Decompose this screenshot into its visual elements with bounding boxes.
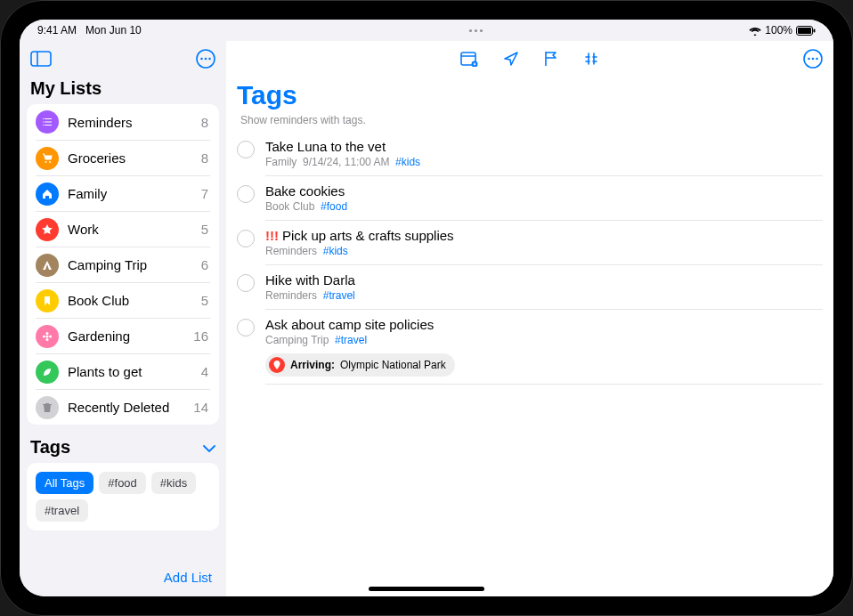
leaf-icon (36, 361, 59, 384)
reminder-meta: Camping Trip #travel (265, 334, 823, 346)
reminder-title: Take Luna to the vet (265, 139, 823, 154)
list-count-label: 7 (201, 186, 210, 201)
sidebar-more-button[interactable] (196, 49, 215, 69)
reminder-row[interactable]: !!!Pick up arts & crafts suppliesReminde… (237, 228, 823, 272)
reminder-checkbox[interactable] (237, 274, 255, 292)
trash-icon (36, 396, 59, 419)
list-count-label: 14 (193, 400, 210, 415)
reminder-meta: Reminders #kids (265, 245, 823, 257)
list-count-label: 4 (201, 364, 210, 379)
calendar-icon[interactable] (460, 51, 478, 67)
svg-point-6 (200, 58, 203, 61)
list-count-label: 6 (201, 257, 210, 272)
list-name-label: Groceries (68, 150, 192, 166)
reminder-row[interactable]: Bake cookiesBook Club #food (237, 183, 823, 228)
tag-pill[interactable]: #kids (151, 472, 196, 494)
tag-icon[interactable] (583, 51, 599, 67)
chevron-down-icon[interactable] (203, 440, 215, 456)
priority-indicator: !!! (265, 228, 279, 243)
svg-point-22 (816, 58, 818, 61)
svg-point-20 (808, 58, 810, 61)
svg-rect-3 (31, 52, 51, 66)
home-indicator[interactable] (369, 587, 484, 591)
battery-icon (796, 26, 816, 36)
sidebar-toggle-button[interactable] (30, 51, 52, 67)
sidebar-list-item[interactable]: Camping Trip6 (27, 247, 219, 282)
reminder-checkbox[interactable] (237, 319, 255, 336)
tag-pill[interactable]: #food (99, 472, 146, 494)
reminder-checkbox[interactable] (237, 185, 255, 203)
status-date: Mon Jun 10 (85, 24, 142, 36)
svg-rect-1 (798, 28, 811, 34)
tag-pill[interactable]: All Tags (36, 472, 93, 494)
list-count-label: 8 (201, 115, 210, 130)
list-name-label: Gardening (68, 328, 184, 344)
list-count-label: 5 (201, 293, 210, 308)
sidebar-list-item[interactable]: Book Club5 (27, 282, 219, 318)
list-name-label: Recently Deleted (68, 400, 184, 415)
status-time: 9:41 AM (37, 24, 77, 36)
reminder-meta: Family 9/14/24, 11:00 AM #kids (265, 156, 823, 168)
reminder-tag[interactable]: #travel (323, 289, 355, 302)
main-panel: Tags Show reminders with tags. Take Luna… (226, 41, 833, 596)
svg-point-7 (205, 58, 207, 61)
location-pin-icon (269, 357, 285, 373)
list-name-label: Family (68, 186, 192, 201)
tent-icon (36, 254, 59, 277)
reminder-checkbox[interactable] (237, 141, 255, 158)
multitask-indicator[interactable] (233, 29, 718, 32)
list-name-label: Reminders (68, 115, 192, 130)
svg-point-8 (208, 58, 211, 61)
tags-heading: Tags (30, 437, 70, 458)
svg-point-13 (46, 338, 49, 341)
flag-icon[interactable] (544, 51, 558, 67)
reminder-tag[interactable]: #food (321, 200, 347, 213)
reminder-tag[interactable]: #kids (323, 245, 348, 257)
reminder-row[interactable]: Hike with DarlaReminders #travel (237, 272, 823, 317)
list-name-label: Camping Trip (68, 257, 192, 272)
svg-point-10 (49, 161, 51, 163)
sidebar-list-item[interactable]: Groceries8 (27, 140, 219, 175)
sidebar-list-item[interactable]: Work5 (27, 211, 219, 247)
my-lists-heading: My Lists (27, 77, 219, 104)
status-bar: 9:41 AM Mon Jun 10 100% (20, 20, 833, 41)
svg-point-14 (43, 335, 45, 337)
svg-point-21 (812, 58, 815, 61)
svg-point-15 (49, 335, 52, 337)
list-name-label: Plants to get (68, 364, 192, 379)
sidebar-list-item[interactable]: Gardening16 (27, 318, 219, 353)
reminder-meta: Reminders #travel (265, 289, 823, 302)
location-icon[interactable] (503, 51, 519, 67)
reminder-meta: Book Club #food (265, 200, 823, 213)
add-list-button[interactable]: Add List (164, 570, 212, 585)
sidebar-list-item[interactable]: Recently Deleted14 (27, 389, 219, 425)
reminder-tag[interactable]: #travel (335, 334, 367, 346)
flower-icon (36, 325, 59, 348)
reminder-checkbox[interactable] (237, 230, 255, 247)
cart-icon (36, 147, 59, 170)
house-icon (36, 182, 59, 206)
svg-point-9 (45, 161, 47, 163)
tag-pill[interactable]: #travel (36, 499, 88, 522)
reminder-row[interactable]: Ask about camp site policiesCamping Trip… (237, 317, 823, 392)
reminder-title: !!!Pick up arts & crafts supplies (265, 228, 823, 243)
reminder-title: Ask about camp site policies (265, 317, 823, 332)
list-count-label: 8 (201, 150, 210, 166)
list-count-label: 16 (193, 328, 210, 344)
wifi-icon (749, 26, 761, 36)
svg-point-12 (46, 331, 49, 334)
location-chip[interactable]: Arriving: Olympic National Park (265, 353, 455, 377)
svg-point-11 (45, 335, 48, 337)
sidebar-list-item[interactable]: Plants to get4 (27, 353, 219, 389)
svg-rect-2 (814, 28, 816, 32)
list-name-label: Work (68, 222, 192, 237)
main-more-button[interactable] (803, 49, 823, 69)
list-icon (36, 110, 59, 134)
reminder-tag[interactable]: #kids (395, 156, 420, 168)
reminder-row[interactable]: Take Luna to the vetFamily 9/14/24, 11:0… (237, 139, 823, 183)
sidebar-list-item[interactable]: Family7 (27, 175, 219, 211)
list-count-label: 5 (201, 222, 210, 237)
page-subtitle: Show reminders with tags. (237, 112, 823, 139)
sidebar-list-item[interactable]: Reminders8 (27, 104, 219, 140)
bookmark-icon (36, 289, 59, 312)
